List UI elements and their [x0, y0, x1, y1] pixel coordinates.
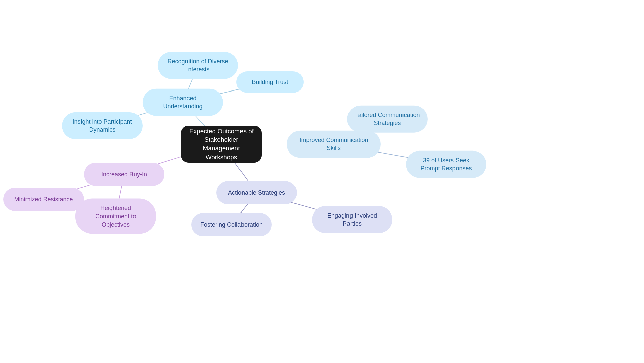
- node-minimized[interactable]: Minimized Resistance: [3, 188, 84, 211]
- node-tailored[interactable]: Tailored Communication Strategies: [347, 106, 428, 133]
- node-building_trust[interactable]: Building Trust: [236, 71, 304, 93]
- node-prompt[interactable]: 39 of Users Seek Prompt Responses: [406, 151, 486, 178]
- node-fostering[interactable]: Fostering Collaboration: [191, 213, 272, 236]
- node-improved[interactable]: Improved Communication Skills: [287, 131, 381, 158]
- node-insight[interactable]: Insight into Participant Dynamics: [62, 112, 143, 139]
- node-actionable[interactable]: Actionable Strategies: [216, 181, 297, 204]
- node-heightened[interactable]: Heightened Commitment to Objectives: [75, 199, 156, 234]
- center-node[interactable]: Expected Outcomes of Stakeholder Managem…: [181, 126, 262, 163]
- node-engaging[interactable]: Engaging Involved Parties: [312, 206, 392, 233]
- node-increased[interactable]: Increased Buy-In: [84, 163, 164, 186]
- node-recognition[interactable]: Recognition of Diverse Interests: [158, 52, 238, 79]
- node-enhanced[interactable]: Enhanced Understanding: [143, 89, 223, 116]
- mind-map-canvas: Expected Outcomes of Stakeholder Managem…: [0, 0, 644, 363]
